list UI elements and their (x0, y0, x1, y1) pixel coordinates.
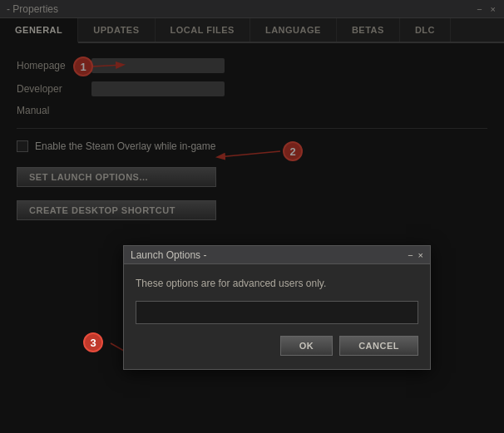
dialog-title: Launch Options - (131, 249, 206, 261)
dialog-title-bar: Launch Options - − × (124, 246, 430, 264)
dialog-description: These options are for advanced users onl… (136, 278, 418, 289)
dialog-controls: − × (408, 250, 423, 260)
dialog-content: These options are for advanced users onl… (124, 264, 430, 369)
annotation-3: 3 (83, 332, 103, 352)
dialog-minimize-button[interactable]: − (408, 250, 413, 260)
launch-options-dialog: Launch Options - − × These options are f… (123, 245, 431, 370)
ok-button[interactable]: OK (280, 336, 334, 356)
dialog-close-button[interactable]: × (418, 250, 423, 260)
launch-options-input[interactable] (136, 301, 418, 324)
cancel-button[interactable]: CANCEL (339, 336, 418, 356)
dialog-buttons: OK CANCEL (136, 336, 418, 359)
